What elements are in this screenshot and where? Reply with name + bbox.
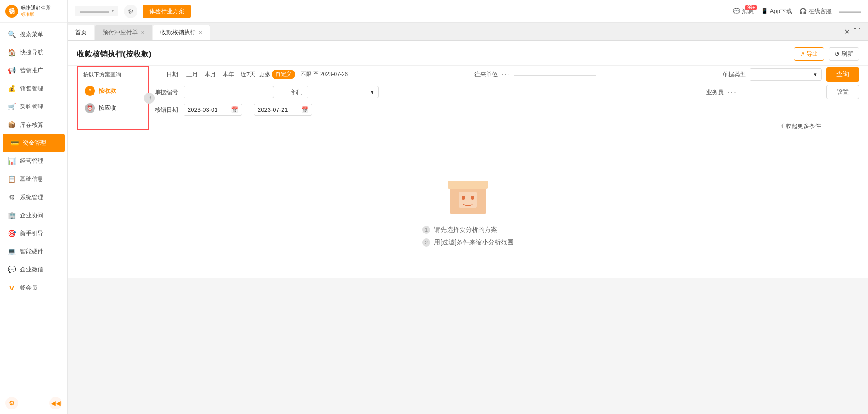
export-icon: ↗: [800, 51, 805, 57]
query-btn[interactable]: 查询: [826, 67, 859, 82]
date-7days[interactable]: 近7天: [238, 70, 258, 80]
dept-label: 部门: [279, 88, 303, 96]
sidebar-item-operation[interactable]: 📊 经营管理: [0, 152, 67, 170]
sidebar-item-finance[interactable]: 💳 资金管理: [3, 134, 65, 152]
member-icon: V: [7, 283, 16, 292]
staff-label: 业务员: [700, 88, 724, 96]
topbar-left: ▬▬▬▬▬ ▾ ⚙ 体验行业方案: [75, 5, 191, 18]
svg-point-4: [471, 196, 474, 200]
message-btn[interactable]: 💬 消息 99+: [733, 7, 754, 15]
tab-prepay-label: 预付冲应付单: [103, 29, 138, 37]
search-icon: 🔍: [7, 30, 16, 39]
base-icon: 📋: [7, 175, 16, 184]
verify-date-label: 核销日期: [155, 106, 178, 114]
tab-home[interactable]: 首页: [68, 25, 94, 40]
sidebar-item-purchase[interactable]: 🛒 采购管理: [0, 98, 67, 116]
sidebar-item-inventory[interactable]: 📦 库存核算: [0, 116, 67, 134]
sidebar-item-wechat[interactable]: 💬 企业微信: [0, 261, 67, 279]
date-more[interactable]: 更多: [259, 71, 271, 79]
collapse-sidebar-btn[interactable]: ◀◀: [49, 397, 62, 409]
dept-select[interactable]: ▾: [307, 86, 379, 98]
tab-prepay[interactable]: 预付冲应付单 ✕: [95, 25, 152, 40]
staff-dots: ···: [727, 87, 737, 97]
tab-prepay-close[interactable]: ✕: [141, 30, 145, 36]
message-icon: 💬: [733, 8, 740, 14]
service-icon: 🎧: [799, 8, 807, 14]
home-icon: 🏠: [7, 48, 16, 57]
filter-settings-btn[interactable]: 设置: [826, 85, 859, 99]
wechat-icon: 💬: [7, 265, 16, 274]
online-service-btn[interactable]: 🎧 在线客服: [799, 7, 832, 15]
page-inner: 收款核销执行(按收款) ↗ 导出 ↺ 刷新 按以下方案查询: [68, 41, 868, 278]
collapse-more-btn[interactable]: 《 收起更多条件: [778, 122, 823, 130]
date-custom[interactable]: 自定义: [272, 70, 295, 79]
settings-footer-btn[interactable]: ⚙: [5, 397, 18, 409]
sidebar-item-enterprise[interactable]: 🏢 企业协同: [0, 206, 67, 224]
user-info[interactable]: ▬▬▬▬: [839, 8, 861, 14]
filter-panel: 按以下方案查询 ¥ 按收款 ⏰ 按应收 《: [77, 66, 149, 130]
sidebar-item-member[interactable]: V 畅会员: [0, 279, 67, 297]
empty-illustration: [441, 171, 495, 217]
app-version: 标准版: [21, 11, 51, 18]
tabbar: 首页 预付冲应付单 ✕ 收款核销执行 ✕ ✕ ⛶: [68, 23, 868, 41]
empty-hints: 1 请先选择要分析的方案 2 用[过滤]条件来缩小分析范围: [422, 226, 514, 251]
filter-actions: 查询 设置: [826, 66, 859, 99]
page-header-actions: ↗ 导出 ↺ 刷新: [794, 47, 859, 61]
filter-row-3: 核销日期 2023-03-01 📅 — 2023-07-21: [155, 101, 822, 119]
export-btn[interactable]: ↗ 导出: [794, 47, 824, 61]
refresh-btn[interactable]: ↺ 刷新: [829, 47, 859, 61]
date-this-year[interactable]: 本年: [220, 70, 237, 80]
doc-type-label: 单据类型: [722, 71, 746, 79]
filter-item-by-receivable[interactable]: ⏰ 按应收: [78, 100, 148, 117]
verify-date-start-input[interactable]: 2023-03-01 📅: [184, 104, 242, 116]
sidebar-footer: ⚙ ◀◀: [0, 392, 67, 414]
filter-panel-collapse-btn[interactable]: 《: [144, 93, 155, 104]
industry-solution-btn[interactable]: 体验行业方案: [143, 5, 191, 18]
sidebar-item-shortcut[interactable]: 🏠 快捷导航: [0, 43, 67, 62]
sidebar-item-marketing[interactable]: 📢 营销推广: [0, 62, 67, 80]
main-area: ▬▬▬▬▬ ▾ ⚙ 体验行业方案 💬 消息 99+ 📱 App下载 🎧 在线客服: [68, 0, 868, 414]
topbar-settings-btn[interactable]: ⚙: [124, 5, 137, 18]
purchase-icon: 🛒: [7, 102, 16, 111]
filter-icon-receivable: ⏰: [85, 103, 95, 113]
brand-name: ▬▬▬▬▬: [80, 8, 109, 14]
app-logo: 畅 畅捷通好生意 标准版: [0, 0, 67, 23]
sidebar-item-search[interactable]: 🔍 搜索菜单: [0, 25, 67, 43]
hardware-icon: 💻: [7, 247, 16, 256]
date-last-month[interactable]: 上月: [184, 70, 201, 80]
refresh-icon: ↺: [835, 51, 840, 57]
filter-item-receivable-label: 按应收: [99, 104, 116, 112]
operation-icon: 📊: [7, 157, 16, 166]
sidebar-item-hardware[interactable]: 💻 智能硬件: [0, 243, 67, 261]
expand-tab-btn[interactable]: ⛶: [854, 27, 861, 36]
tab-receipts-label: 收款核销执行: [160, 29, 196, 37]
finance-icon: 💳: [10, 138, 19, 148]
system-icon: ⚙: [7, 193, 16, 202]
tabbar-actions: ✕ ⛶: [844, 27, 861, 36]
topbar-right: 💬 消息 99+ 📱 App下载 🎧 在线客服 ▬▬▬▬: [733, 7, 861, 15]
page-header: 收款核销执行(按收款) ↗ 导出 ↺ 刷新: [68, 41, 868, 66]
tab-receipts[interactable]: 收款核销执行 ✕: [153, 25, 210, 40]
doc-no-input[interactable]: [184, 86, 274, 98]
tab-receipts-close[interactable]: ✕: [198, 30, 203, 36]
inventory-icon: 📦: [7, 120, 16, 129]
app-download-btn[interactable]: 📱 App下载: [761, 7, 792, 15]
sidebar-item-base[interactable]: 📋 基础信息: [0, 170, 67, 188]
marketing-icon: 📢: [7, 66, 16, 75]
doc-type-select[interactable]: ▾: [750, 68, 822, 81]
verify-date-end-input[interactable]: 2023-07-21 📅: [254, 104, 312, 116]
svg-point-3: [462, 196, 465, 200]
filter-panel-title: 按以下方案查询: [78, 70, 148, 82]
filter-item-by-receipt[interactable]: ¥ 按收款: [78, 82, 148, 100]
close-tab-btn[interactable]: ✕: [844, 27, 850, 36]
sidebar-item-system[interactable]: ⚙ 系统管理: [0, 188, 67, 206]
svg-rect-2: [459, 192, 477, 208]
brand-dropdown-icon: ▾: [112, 9, 114, 14]
brand-selector[interactable]: ▬▬▬▬▬ ▾: [75, 6, 118, 16]
page-content: 收款核销执行(按收款) ↗ 导出 ↺ 刷新 按以下方案查询: [68, 41, 868, 414]
date-this-month[interactable]: 本月: [202, 70, 219, 80]
collapse-chevron-icon: 《: [778, 122, 784, 130]
sidebar-item-sales[interactable]: 💰 销售管理: [0, 80, 67, 98]
empty-hint-2: 2 用[过滤]条件来缩小分析范围: [422, 238, 514, 247]
sidebar-item-guide[interactable]: 🎯 新手引导: [0, 224, 67, 243]
